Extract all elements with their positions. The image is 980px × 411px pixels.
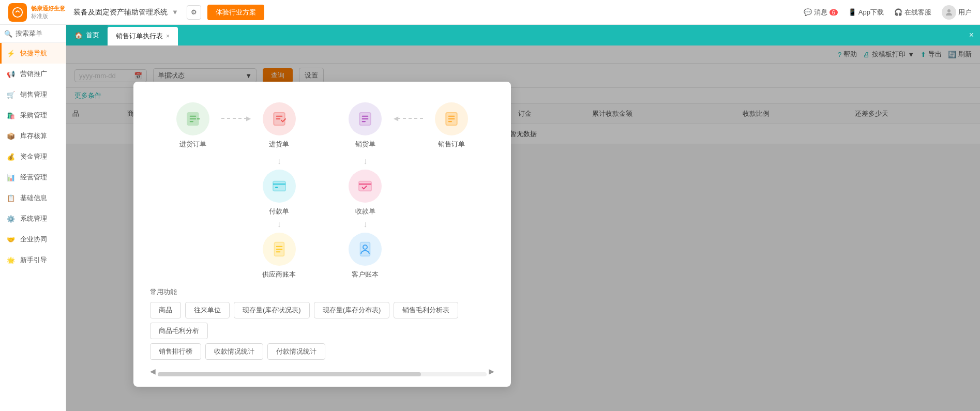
sidebar-item-basic-info[interactable]: 📋 基础信息 (0, 188, 66, 208)
sidebar-item-newbie[interactable]: 🌟 新手引导 (0, 250, 66, 270)
message-icon: 💬 (804, 8, 812, 16)
avatar (942, 5, 956, 20)
logo-area: 畅康通好生意 标准版 (8, 3, 65, 22)
scrollbar-thumb (158, 372, 421, 376)
sidebar-icon-enterprise: 🤝 (6, 234, 16, 245)
sidebar-item-enterprise[interactable]: 🤝 企业协同 (0, 229, 66, 250)
flow-receipt[interactable]: 收款单 (344, 165, 386, 220)
function-btn-4[interactable]: 销售毛利分析表 (394, 302, 458, 318)
supplier-ledger-circle (263, 233, 296, 266)
scroll-right-button[interactable]: ▶ (489, 367, 494, 375)
sidebar-icon-purchase: 🛍️ (6, 110, 16, 120)
user-menu[interactable]: 用户 (942, 5, 972, 20)
svg-rect-8 (359, 181, 371, 191)
sidebar-icon-newbie: 🌟 (6, 255, 16, 265)
flow-sale-order[interactable]: 销售订单 (409, 94, 495, 157)
logo-icon (8, 3, 27, 22)
purchase-order-circle (176, 102, 209, 135)
function-btn-6[interactable]: 销售排行榜 (150, 343, 201, 360)
function-btn-3[interactable]: 现存量(库存分布表) (314, 302, 390, 318)
flow-purchase-receipt[interactable]: 进货单 (236, 94, 323, 157)
sidebar-icon-basic-info: 📋 (6, 193, 16, 203)
function-btns-row1: 商品往来单位现存量(库存状况表)现存量(库存分布表)销售毛利分析表商品毛利分析 (150, 302, 494, 339)
empty-col4-row3 (409, 220, 495, 283)
empty-col4-row2 (409, 157, 495, 220)
horizontal-scrollbar[interactable] (158, 372, 487, 376)
online-service-button[interactable]: 🎧 在线客服 (894, 8, 931, 17)
scroll-left-button[interactable]: ◀ (150, 367, 156, 375)
function-btn-0[interactable]: 商品 (150, 302, 181, 318)
dropdown-icon[interactable]: ▼ (172, 8, 178, 16)
sidebar-item-quick-nav[interactable]: ⚡ 快捷导航 (0, 43, 66, 64)
common-functions-title: 常用功能 (150, 287, 494, 297)
close-window-button[interactable]: × (969, 31, 974, 40)
purchase-order-label: 进货订单 (179, 140, 206, 149)
tab-home[interactable]: 🏠 首页 (66, 25, 108, 45)
modal-box: 进货订单 (133, 82, 511, 387)
modal-overlay: 进货订单 (66, 45, 980, 411)
sidebar-item-system[interactable]: ⚙️ 系统管理 (0, 208, 66, 229)
flow-payment-col: ↓ (236, 157, 323, 220)
sidebar-icon-operations: 📊 (6, 172, 16, 182)
sidebar-item-marketing[interactable]: 📢 营销推广 (0, 64, 66, 84)
sidebar-icon-inventory: 📦 (6, 131, 16, 141)
arrow-down-supplier: ↓ (277, 220, 281, 229)
sale-order-circle (435, 102, 468, 135)
app-download-button[interactable]: 📱 App下载 (848, 8, 884, 17)
modal-body: 进货订单 (133, 82, 511, 387)
flow-payment[interactable]: 付款单 (259, 165, 300, 220)
sidebar-item-finance[interactable]: 💰 资金管理 (0, 146, 66, 167)
function-btn-2[interactable]: 现存量(库存状况表) (234, 302, 310, 318)
search-menu[interactable]: 🔍 搜索菜单 (0, 25, 66, 43)
logo-text: 畅康通好生意 标准版 (31, 5, 65, 20)
message-badge: 6 (830, 9, 838, 16)
service-icon: 🎧 (894, 8, 902, 16)
customer-ledger-label: 客户账本 (352, 270, 379, 279)
sidebar-item-inventory[interactable]: 📦 库存核算 (0, 126, 66, 146)
function-btn-1[interactable]: 往来单位 (185, 302, 230, 318)
tab-bar: 🏠 首页 销售订单执行表 × × (66, 25, 980, 45)
tab-sales-order[interactable]: 销售订单执行表 × (108, 27, 178, 45)
flow-receipt-col: ↓ (322, 157, 409, 220)
payment-label: 付款单 (269, 207, 289, 216)
tab-close-icon[interactable]: × (166, 33, 170, 40)
flow-purchase-order[interactable]: 进货订单 (150, 94, 236, 157)
svg-point-0 (13, 7, 22, 17)
svg-rect-7 (275, 187, 278, 188)
flow-supplier-col: ↓ 供应商账本 (236, 220, 323, 283)
sale-order-label: 销售订单 (438, 140, 465, 149)
home-icon: 🏠 (74, 32, 83, 39)
message-button[interactable]: 💬 消息 6 (804, 8, 838, 17)
flow-sale-invoice[interactable]: 销货单 (322, 94, 409, 157)
system-title: 装备及固定资产辅助管理系统 (73, 8, 168, 17)
flow-customer-ledger[interactable]: 客户账本 (344, 229, 386, 283)
experience-button[interactable]: 体验行业方案 (207, 5, 264, 20)
svg-rect-6 (273, 181, 285, 191)
sale-invoice-label: 销货单 (355, 140, 375, 149)
arrow-down-payment: ↓ (277, 157, 281, 165)
function-btn-7[interactable]: 收款情况统计 (205, 343, 263, 360)
customer-ledger-circle (349, 233, 382, 266)
top-bar: 畅康通好生意 标准版 装备及固定资产辅助管理系统 ▼ ⚙ 体验行业方案 💬 消息… (0, 0, 980, 25)
receipt-circle (349, 170, 382, 203)
arrow-h1: ▶ (221, 115, 252, 122)
sidebar-item-sales[interactable]: 🛒 销售管理 (0, 84, 66, 105)
flow-customer-col: ↓ (322, 220, 409, 283)
flow-supplier-ledger[interactable]: 供应商账本 (258, 229, 300, 283)
settings-button[interactable]: ⚙ (187, 5, 201, 20)
sidebar: 🔍 搜索菜单 ⚡ 快捷导航 📢 营销推广 🛒 销售管理 🛍️ 采购管理 📦 库存… (0, 25, 66, 411)
sidebar-item-operations[interactable]: 📊 经营管理 (0, 167, 66, 188)
sidebar-icon-marketing: 📢 (6, 69, 16, 79)
download-icon: 📱 (848, 8, 856, 16)
search-icon: 🔍 (4, 30, 12, 38)
function-btn-8[interactable]: 付款情况统计 (267, 343, 325, 360)
function-btn-5[interactable]: 商品毛利分析 (150, 323, 208, 339)
sidebar-icon-sales: 🛒 (6, 89, 16, 100)
page-content: ? 帮助 🖨 按模板打印 ▼ ⬆ 导出 🔄 刷新 (66, 45, 980, 411)
sidebar-item-purchase[interactable]: 🛍️ 采购管理 (0, 105, 66, 126)
payment-circle (263, 170, 296, 203)
svg-point-1 (947, 9, 951, 12)
receipt-label: 收款单 (355, 207, 375, 216)
common-functions: 常用功能 商品往来单位现存量(库存状况表)现存量(库存分布表)销售毛利分析表商品… (150, 287, 494, 360)
flow-diagram: 进货订单 (150, 94, 494, 283)
